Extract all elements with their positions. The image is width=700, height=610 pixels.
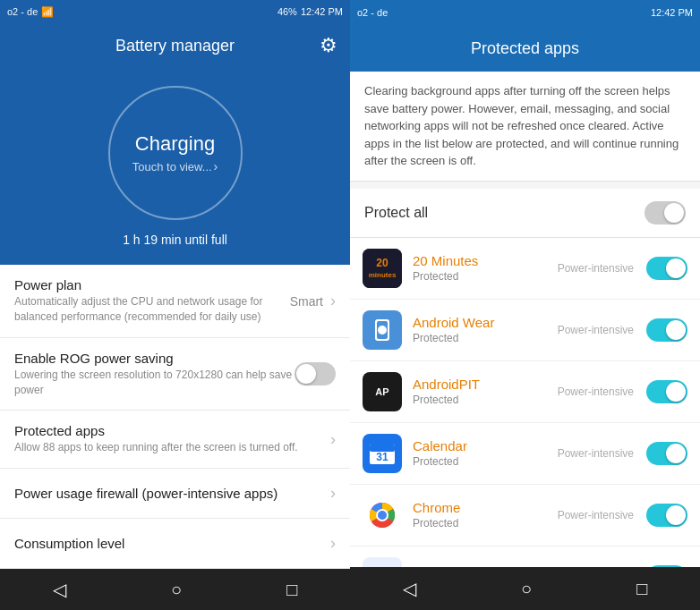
right-panel: o2 - de 12:42 PM Protected apps Clearing… [350,0,700,610]
power-plan-value: Smart [290,294,323,309]
app-info-20min: 20 Minutes Protected [413,253,547,283]
recents-button[interactable]: □ [269,572,315,607]
consumption-content: Consumption level [14,536,330,551]
app-icon-cloudprint: ☁ [363,557,402,568]
list-item[interactable]: Android Wear Protected Power-intensive [350,300,700,361]
list-item[interactable]: 31 Calendar Protected Power-intensive [350,423,700,485]
power-plan-content: Power plan Automatically adjust the CPU … [14,277,290,325]
app-right-androidwear: Power-intensive [558,318,687,342]
list-item[interactable]: AP AndroidPIT Protected Power-intensive [350,361,700,423]
app-name-20min: 20 Minutes [413,253,547,268]
info-text: Clearing background apps after turning o… [364,84,679,167]
left-carrier: o2 - de 📶 [7,6,54,18]
right-carrier-text: o2 - de [357,7,388,18]
app-info-calendar: Calendar Protected [413,438,547,468]
menu-item-firewall[interactable]: Power usage firewall (power-intensive ap… [0,469,350,519]
app-status-androidwear: Protected [413,332,547,344]
power-label-calendar: Power-intensive [558,447,634,460]
power-label-chrome: Power-intensive [558,509,634,521]
home-button[interactable]: ○ [153,572,200,607]
menu-item-rog-saving[interactable]: Enable ROG power saving Lowering the scr… [0,338,350,411]
protect-all-toggle[interactable] [645,201,686,225]
protected-apps-chevron-icon: › [330,430,336,449]
protect-all-row[interactable]: Protect all [350,189,700,238]
carrier-text: o2 - de [7,6,38,17]
left-status-right: 46% 12:42 PM [277,6,343,17]
touch-arrow-icon: › [214,159,218,174]
app-toggle-chrome[interactable] [646,504,687,527]
svg-text:31: 31 [376,451,388,463]
rog-saving-content: Enable ROG power saving Lowering the scr… [14,351,295,398]
firewall-content: Power usage firewall (power-intensive ap… [14,486,330,501]
app-right-chrome: Power-intensive [558,504,687,527]
menu-list: Power plan Automatically adjust the CPU … [0,265,350,569]
app-toggle-20min[interactable] [646,257,687,280]
power-label-androidpit: Power-intensive [558,385,634,398]
left-title: Battery manager [115,37,235,55]
consumption-chevron-icon: › [330,534,336,553]
firewall-chevron-icon: › [330,484,336,503]
right-back-button[interactable]: ◁ [385,571,434,606]
left-nav-bar: ◁ ○ □ [0,569,350,610]
app-name-calendar: Calendar [413,438,547,453]
rog-saving-toggle[interactable] [295,362,336,385]
right-recents-button[interactable]: □ [619,572,665,606]
app-right-androidpit: Power-intensive [558,380,687,403]
list-item[interactable]: Chrome Protected Power-intensive [350,485,700,546]
apps-list: 20 minutes 20 Minutes Protected Power-in… [350,238,700,568]
app-name-androidwear: Android Wear [413,315,547,330]
svg-text:20: 20 [376,257,388,269]
back-button[interactable]: ◁ [35,572,84,607]
charging-circle[interactable]: Charging Touch to view... › [108,86,243,220]
right-time: 12:42 PM [651,7,693,18]
menu-item-power-plan[interactable]: Power plan Automatically adjust the CPU … [0,265,350,338]
app-right-calendar: Power-intensive [558,442,687,465]
app-status-chrome: Protected [413,517,547,530]
app-info-chrome: Chrome Protected [413,500,547,530]
protected-apps-content: Protected apps Allow 88 apps to keep run… [14,423,330,455]
app-info-androidpit: AndroidPIT Protected [413,377,547,406]
app-toggle-calendar[interactable] [646,442,687,465]
touch-view[interactable]: Touch to view... › [132,159,218,174]
app-status-20min: Protected [413,270,547,283]
app-icon-20min: 20 minutes [363,249,402,288]
menu-item-protected-apps[interactable]: Protected apps Allow 88 apps to keep run… [0,411,350,469]
wifi-icon: 📶 [41,6,54,18]
left-top-bar: Battery manager ⚙ [0,24,350,69]
power-plan-chevron-icon: › [330,292,336,310]
svg-text:AP: AP [375,386,388,397]
right-home-button[interactable]: ○ [503,572,550,606]
app-status-androidpit: Protected [413,394,547,406]
power-plan-title: Power plan [14,277,290,292]
svg-point-6 [378,326,387,335]
app-name-chrome: Chrome [413,500,547,515]
charging-area: Charging Touch to view... › 1 h 19 min u… [0,68,350,256]
app-info-androidwear: Android Wear Protected [413,315,547,344]
svg-text:minutes: minutes [369,271,397,279]
app-status-calendar: Protected [413,455,547,468]
right-top-bar: Protected apps [350,25,700,72]
touch-label: Touch to view... [132,160,212,174]
settings-icon[interactable]: ⚙ [320,34,337,57]
power-plan-right: Smart › [290,292,336,310]
consumption-title: Consumption level [14,536,330,551]
app-icon-androidpit: AP [363,372,402,411]
app-right-20min: Power-intensive [558,257,687,280]
rog-saving-desc: Lowering the screen resolution to 720x12… [14,368,295,398]
app-icon-calendar: 31 [363,434,402,473]
info-box: Clearing background apps after turning o… [350,72,700,182]
menu-item-consumption[interactable]: Consumption level › [0,519,350,569]
left-status-bar: o2 - de 📶 46% 12:42 PM [0,0,350,24]
app-toggle-androidwear[interactable] [646,318,687,342]
battery-percent: 46% [277,6,297,17]
right-status-bar: o2 - de 12:42 PM [350,0,700,25]
app-toggle-androidpit[interactable] [646,380,687,403]
app-right-cloudprint [646,565,687,568]
app-toggle-cloudprint[interactable] [646,565,687,568]
time-until-full: 1 h 19 min until full [123,233,227,247]
protect-all-label: Protect all [364,205,428,221]
list-item[interactable]: ☁ Cloud Print [350,546,700,568]
app-icon-androidwear [363,310,402,350]
list-item[interactable]: 20 minutes 20 Minutes Protected Power-in… [350,238,700,300]
left-panel: o2 - de 📶 46% 12:42 PM Battery manager ⚙… [0,0,350,610]
